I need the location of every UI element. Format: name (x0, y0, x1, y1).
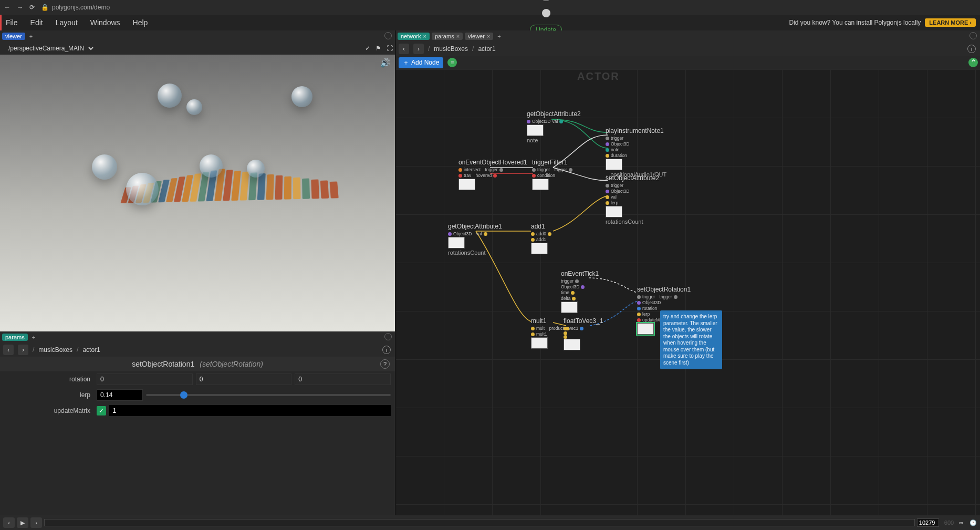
node-getobjectattribute2[interactable]: getObjectAttribute2 Object3D val note (527, 110, 581, 143)
menu-edit[interactable]: Edit (30, 18, 43, 27)
camera-select[interactable]: /perspectiveCamera_MAIN (4, 43, 95, 54)
updatematrix-input[interactable] (109, 405, 391, 416)
loop-icon[interactable]: ∞ (959, 519, 963, 526)
camera-row: /perspectiveCamera_MAIN ✓ ⚑ ⛶ (0, 42, 395, 55)
play-button[interactable]: ▶ (17, 517, 28, 528)
rotation-label: rotation (4, 376, 93, 383)
reload-icon[interactable]: ⟳ (29, 4, 35, 11)
nav-fwd-button[interactable]: › (413, 44, 424, 54)
nav-back-button[interactable]: ‹ (399, 44, 409, 54)
bubble (126, 173, 159, 205)
params-header: setObjectRotation1 (setObjectRotation) ? (0, 357, 395, 371)
playbar: ‹ ▶ › 600 ∞ 🕑 (0, 515, 980, 530)
add-node-button[interactable]: ＋Add Node (399, 57, 443, 68)
hint-tooltip: try and change the lerp parameter. The s… (660, 310, 722, 369)
clock-icon[interactable]: 🕑 (969, 519, 977, 526)
sound-icon[interactable]: 🔊 (380, 58, 391, 68)
nav-back-button[interactable]: ‹ (3, 345, 14, 355)
panel-handle-icon[interactable] (969, 32, 977, 39)
promo-text: Did you know? You can install Polygonjs … (789, 19, 921, 26)
rotation-x-input[interactable] (97, 373, 193, 385)
crumb-b[interactable]: actor1 (82, 346, 100, 354)
menu-windows[interactable]: Windows (90, 18, 120, 27)
bubble (186, 99, 202, 115)
tab-network[interactable]: network× (398, 33, 430, 40)
crumb-b[interactable]: actor1 (478, 45, 495, 53)
max-frame: 600 (941, 519, 957, 526)
browser-chrome: ← → ⟳ 🔒 polygonjs.com/demo ⟶ ☆ ▣ Update … (0, 0, 980, 15)
timeline[interactable] (44, 519, 915, 526)
node-oneventobjecthovered1[interactable]: onEventObjectHovered1 intersect trigger … (458, 159, 527, 190)
profile-icon[interactable] (542, 9, 550, 17)
back-icon[interactable]: ← (4, 4, 11, 11)
node-getobjectattribute1[interactable]: getObjectAttribute1 Object3D val rotatio… (448, 223, 502, 256)
add-tab-button[interactable]: + (27, 33, 35, 39)
fullscreen-icon[interactable]: ⛶ (387, 45, 393, 52)
menu-file[interactable]: File (6, 18, 18, 27)
filter-icon[interactable]: ≡ (447, 58, 457, 67)
check-icon[interactable]: ✓ (365, 45, 370, 52)
panel-handle-icon[interactable] (384, 32, 392, 39)
lock-icon: 🔒 (41, 4, 49, 11)
tab-params[interactable]: params (2, 334, 28, 341)
tab-viewer[interactable]: viewer (2, 33, 25, 40)
node-playinstrumentnote1[interactable]: playInstrumentNote1 trigger Object3D not… (606, 127, 666, 178)
learn-more-button[interactable]: LEARN MORE › (925, 18, 976, 27)
current-frame-input[interactable] (917, 518, 939, 527)
menu-layout[interactable]: Layout (56, 18, 78, 27)
node-editor[interactable]: ACTOR getObjectAttribute2 Object3D val (395, 69, 980, 515)
rotation-y-input[interactable] (196, 373, 292, 385)
left-tabstrip: viewer + (0, 30, 395, 42)
lerp-input[interactable] (97, 389, 143, 401)
panel-handle-icon[interactable] (384, 333, 392, 340)
next-frame-button[interactable]: › (30, 517, 42, 528)
node-add1[interactable]: add1 add0 add1 (531, 223, 551, 254)
params-breadcrumb: ‹ › / musicBoxes / actor1 i (0, 343, 395, 357)
info-icon[interactable]: i (967, 45, 976, 53)
network-breadcrumb: ‹ › / musicBoxes / actor1 i (395, 42, 980, 56)
node-setobjectattribute2[interactable]: setObjectAttribute2 trigger Object3D val… (606, 174, 659, 225)
bubble (200, 154, 223, 178)
forward-icon[interactable]: → (17, 4, 23, 11)
node-floattovec3[interactable]: floatToVec3_1 vec3 (564, 317, 603, 350)
viewport-3d[interactable]: 🔊 (0, 55, 395, 331)
watermark: ACTOR (577, 70, 620, 82)
bubble (158, 84, 182, 108)
node-name: setObjectRotation1 (132, 360, 194, 368)
crumb-a[interactable]: musicBoxes (434, 45, 468, 53)
panel-icon[interactable]: ▣ (543, 0, 549, 2)
node-type: (setObjectRotation) (200, 360, 263, 368)
add-tab-button[interactable]: + (30, 334, 37, 340)
info-icon[interactable]: i (382, 346, 391, 354)
rotation-z-input[interactable] (295, 373, 391, 385)
bubble (92, 154, 117, 180)
right-tabstrip: network× params× viewer× + (395, 30, 980, 42)
lerp-label: lerp (4, 391, 93, 399)
tab-viewer-right[interactable]: viewer× (465, 33, 493, 40)
bubble (291, 86, 312, 107)
url-text: polygonjs.com/demo (52, 4, 110, 11)
params-panel: params + ‹ › / musicBoxes / actor1 i set… (0, 331, 395, 515)
tab-params-right[interactable]: params× (432, 33, 463, 40)
param-lerp: lerp (0, 387, 395, 403)
flag-icon[interactable]: ⚑ (376, 45, 381, 52)
nav-fwd-button[interactable]: › (18, 345, 28, 355)
add-tab-button[interactable]: + (495, 33, 503, 39)
param-rotation: rotation (0, 371, 395, 387)
lerp-slider[interactable] (146, 394, 391, 396)
prev-frame-button[interactable]: ‹ (3, 517, 15, 528)
node-oneventtick1[interactable]: onEventTick1 trigger Object3D time delta (561, 270, 599, 313)
scroll-top-icon[interactable]: ⌃ (968, 58, 978, 67)
help-icon[interactable]: ? (380, 359, 390, 369)
updatematrix-checkbox[interactable]: ✓ (97, 406, 106, 415)
param-updatematrix: updateMatrix ✓ (0, 403, 395, 418)
menu-help[interactable]: Help (133, 18, 148, 27)
network-toolbar: ＋Add Node ≡ ⌃ (395, 56, 980, 69)
bubble (247, 160, 265, 178)
node-triggerfilter1[interactable]: triggerFilter1 trigger trigger condition (532, 159, 572, 190)
updatematrix-label: updateMatrix (4, 407, 93, 414)
crumb-a[interactable]: musicBoxes (38, 346, 72, 354)
